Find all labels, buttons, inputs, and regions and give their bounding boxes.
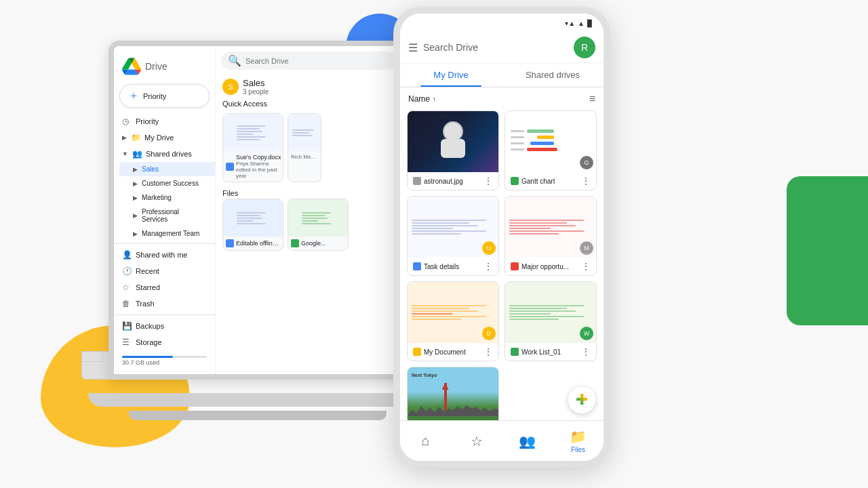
file-name-mydoc: My Document [424, 348, 466, 356]
sidebar-item-trash[interactable]: 🗑 Trash [114, 296, 215, 312]
more-options-mydoc[interactable]: ⋮ [484, 346, 493, 357]
laptop-device: Drive ＋ Priority ◷ Priority ▶ 📁 My Drive… [108, 41, 407, 447]
user-avatar[interactable]: R [574, 37, 595, 58]
quick-access-files: Sue's Copy.docx Priya Sharma edited in t… [216, 110, 401, 185]
more-options-worklist[interactable]: ⋮ [581, 346, 591, 357]
quick-file-2-meta: Rich Me... [291, 154, 315, 160]
list-view-toggle[interactable]: ≡ [589, 93, 595, 105]
menu-icon[interactable]: ☰ [408, 41, 418, 54]
tab-shared-drives[interactable]: Shared drives [502, 63, 604, 87]
sidebar-item-shared-drives[interactable]: ▼ 👥 Shared drives [114, 146, 215, 162]
quick-file-1-name: Sue's Copy.docx [236, 154, 281, 161]
phone-bottom-nav: ⌂ ☆ 👥 📁 Files [400, 420, 604, 461]
gantt-label [511, 130, 524, 132]
gantt-label-4 [511, 148, 524, 150]
file-card-gantt[interactable]: G Gantt chart ⋮ [505, 110, 597, 190]
phone-search-area[interactable]: Search Drive [423, 42, 568, 53]
doc-preview-lines-2 [288, 124, 321, 142]
file-name-worklist: Work List_01 [521, 348, 561, 356]
gantt-label-2 [511, 136, 524, 138]
sidebar-item-my-drive[interactable]: ▶ 📁 My Drive [114, 129, 215, 146]
file-list-item-1[interactable]: Editable offline docu... [222, 199, 283, 251]
sidebar-label-my-drive: My Drive [144, 134, 174, 142]
pdf-icon-major [511, 262, 519, 270]
sidebar-item-backups[interactable]: 💾 Backups [114, 318, 215, 334]
nav-home[interactable]: ⌂ [400, 433, 451, 449]
doc-lines-1 [233, 207, 273, 230]
quick-file-1[interactable]: Sue's Copy.docx Priya Sharma edited in t… [222, 113, 283, 182]
fab-button[interactable]: ✚ [568, 386, 595, 413]
sidebar-item-starred[interactable]: ☆ Starred [114, 279, 215, 296]
gantt-user-avatar: G [580, 156, 593, 169]
file-list-item-2[interactable]: Google... [288, 199, 349, 251]
sidebar-divider [114, 243, 215, 244]
line [412, 220, 486, 221]
sidebar-item-shared-with-me[interactable]: 👤 Shared with me [114, 247, 215, 263]
line [302, 215, 325, 216]
doc-line [237, 128, 260, 129]
sidebar-item-recent[interactable]: 🕐 Recent [114, 263, 215, 279]
storage-icon: ☰ [122, 338, 132, 347]
file-card-worklist[interactable]: W Work List_01 ⋮ [505, 281, 597, 361]
sidebar-item-marketing[interactable]: ▶ Marketing [119, 190, 215, 205]
sidebar-label-shared-with-me: Shared with me [136, 251, 187, 259]
file-2-preview [288, 199, 348, 237]
file-info-gantt: Gantt chart [511, 177, 555, 185]
line [412, 308, 469, 309]
worklist-lines [509, 304, 592, 321]
storage-fill [122, 356, 173, 358]
more-options-major[interactable]: ⋮ [581, 261, 591, 272]
drive-logo: Drive [114, 52, 215, 81]
task-user-avatar: U [482, 241, 496, 255]
line [509, 310, 576, 312]
sidebar-item-storage[interactable]: ☰ Storage [114, 334, 215, 350]
file-card-task[interactable]: U Task details ⋮ [407, 196, 499, 276]
sidebar-label-starred: Starred [136, 283, 160, 291]
home-icon: ⌂ [421, 433, 429, 449]
bg-green-shape [787, 176, 868, 325]
more-options-gantt[interactable]: ⋮ [581, 176, 591, 186]
tab-my-drive[interactable]: My Drive [400, 63, 502, 87]
sort-name[interactable]: Name ↑ [408, 94, 436, 104]
quick-file-1-info: Sue's Copy.docx Priya Sharma edited in t… [223, 151, 283, 182]
sidebar-label-professional-services: Professional Services [142, 208, 207, 223]
new-button[interactable]: ＋ Priority [119, 84, 210, 108]
phone-content: Name ↑ ≡ [400, 87, 604, 426]
star-icon: ☆ [122, 283, 132, 292]
more-options-astronaut[interactable]: ⋮ [484, 176, 493, 186]
tokyo-text: Next Tokyo [412, 373, 437, 378]
gantt-preview: G [505, 111, 596, 172]
list-header: Name ↑ ≡ [400, 87, 604, 108]
sidebar-label-priority: Priority [136, 117, 159, 125]
nav-starred[interactable]: ☆ [451, 433, 502, 449]
drive-people-count: 3 people [243, 88, 269, 96]
sidebar-item-customer-success[interactable]: ▶ Customer Success [119, 176, 215, 190]
astronaut-preview [408, 111, 498, 172]
nav-files[interactable]: 📁 Files [553, 428, 604, 453]
star-nav-icon: ☆ [471, 433, 483, 449]
file-card-mydoc[interactable]: D My Document ⋮ [407, 281, 499, 361]
quick-file-2[interactable]: Rich Me... [288, 113, 321, 182]
search-icon: 🔍 [228, 54, 241, 67]
line [509, 233, 559, 235]
drive-header: S Sales 3 people [216, 75, 401, 97]
chevron-right-icon-cs: ▶ [133, 180, 138, 187]
nav-shared[interactable]: 👥 [502, 433, 553, 449]
file-info-astronaut: astronaut.jpg [413, 177, 463, 185]
file-1-name: Editable offline docu... [236, 240, 280, 247]
sidebar-item-professional-services[interactable]: ▶ Professional Services [119, 205, 215, 226]
tokyo-preview: Next Tokyo [408, 367, 498, 426]
sheets-icon-gantt [511, 177, 519, 185]
sidebar-item-sales[interactable]: ▶ Sales [119, 162, 215, 176]
search-input[interactable] [245, 57, 389, 65]
line [412, 310, 478, 312]
sidebar-item-priority[interactable]: ◷ Priority [114, 113, 215, 129]
sidebar-item-management-team[interactable]: ▶ Management Team [119, 226, 215, 241]
phone-file-grid: astronaut.jpg ⋮ [400, 108, 604, 426]
files-label: Files [216, 185, 401, 199]
file-card-astronaut[interactable]: astronaut.jpg ⋮ [407, 110, 499, 190]
more-options-task[interactable]: ⋮ [484, 261, 493, 272]
file-card-major[interactable]: M Major opportu... ⋮ [505, 196, 597, 276]
file-card-tokyo[interactable]: Next Tokyo Tokyo... [407, 367, 499, 426]
search-bar[interactable]: 🔍 [221, 52, 396, 70]
